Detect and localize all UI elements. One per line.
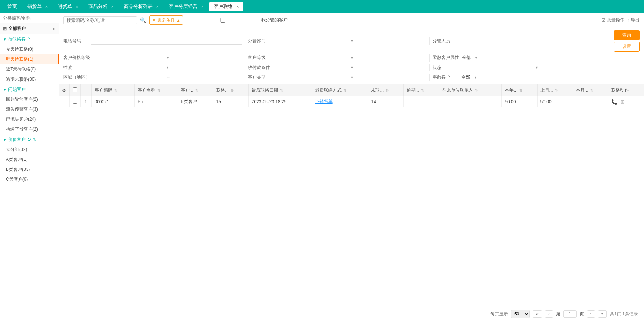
sidebar-item-ungrouped[interactable]: 未分组(32) [0, 145, 59, 155]
filter-price-select[interactable]: ▾ [91, 55, 242, 61]
my-customer-checkbox[interactable] [186, 18, 260, 23]
batch-op-label: 批量操作 [607, 17, 624, 23]
th-contact-count[interactable]: 联络... ⇅ [213, 84, 248, 96]
th-this-year[interactable]: 本年... ⇅ [502, 84, 537, 96]
last-page-btn[interactable]: » [598, 310, 607, 318]
sidebar-all-customers[interactable]: ⊞ 全部客户 « [0, 23, 59, 34]
th-check[interactable] [69, 84, 80, 96]
action-phone-icon[interactable]: 📞 [611, 99, 617, 105]
filter-level-select[interactable]: ▾ [275, 55, 426, 61]
search-input[interactable] [63, 16, 137, 24]
sort-icon-contact: ⇅ [231, 88, 234, 92]
toolbar-right: ☑ 批量操作 ↑ 导出 [602, 17, 640, 23]
edit-icon[interactable]: ✎ [32, 137, 36, 142]
last-method-link[interactable]: 下销货单 [315, 99, 333, 104]
next-page-btn[interactable]: › [587, 310, 595, 318]
nav-sales[interactable]: 销货单 × [23, 2, 52, 11]
th-last-date[interactable]: 最后联络日期 ⇅ [248, 84, 312, 96]
sidebar-item-class-b[interactable]: B类客户(33) [0, 165, 59, 175]
sidebar-item-churn-warning[interactable]: 流失预警客户(3) [0, 104, 59, 114]
table-header-row: ⚙ 客户编码 ⇅ 客户名称 ⇅ 客户... ⇅ [59, 84, 644, 96]
query-settings-col: 查询 设置 [614, 30, 640, 52]
filter-person-select[interactable]: ··· [460, 38, 611, 44]
sidebar-item-class-c[interactable]: C类客户(6) [0, 175, 59, 184]
nav-home[interactable]: 首页 [3, 2, 21, 11]
filter-gender-select[interactable]: ▾ [91, 65, 242, 70]
sidebar-item-today[interactable]: 今天待联络(0) [0, 44, 59, 54]
prev-page-btn[interactable]: ‹ [545, 310, 553, 318]
filter-dept-label: 分管部门 [248, 38, 274, 44]
nav-product-analysis[interactable]: 商品分析 × [84, 2, 118, 11]
th-type[interactable]: 客户... ⇅ [178, 84, 213, 96]
sidebar-item-tomorrow[interactable]: 明天待联络(1) [0, 54, 59, 64]
filter-price-arrow: ▾ [167, 56, 240, 60]
td-row-unit-contact [439, 96, 502, 107]
sidebar-search-input[interactable] [3, 15, 58, 21]
nav-product-analysis-list[interactable]: 商品分析列表 × [119, 2, 163, 11]
sidebar-item-overdue[interactable]: 逾期未联络(30) [0, 75, 59, 84]
th-code[interactable]: 客户编码 ⇅ [91, 84, 134, 96]
filter-retail-attr-label: 零散客户属性 [433, 55, 459, 61]
sidebar-item-class-a[interactable]: A类客户(1) [0, 155, 59, 165]
th-this-month[interactable]: 本月... ⇅ [573, 84, 608, 96]
filter-panel: 电话号码 分管部门 ▾ 分管人员 ··· [59, 27, 644, 84]
filter-divider-7 [245, 74, 245, 81]
filter-arrow-icon: ▲ [176, 18, 181, 23]
sidebar-item-churned[interactable]: 已流失客户(24) [0, 114, 59, 124]
search-submit-icon[interactable]: 🔍 [140, 17, 146, 23]
more-filter-btn[interactable]: ▼ 更多条件 ▲ [149, 15, 183, 25]
filter-status-select[interactable]: ▾ [460, 65, 611, 70]
th-overdue[interactable]: 逾期... ⇅ [403, 84, 439, 96]
th-no-contact[interactable]: 未联... ⇅ [368, 84, 403, 96]
nav-sales-close[interactable]: × [45, 4, 48, 9]
nav-product-analysis-list-close[interactable]: × [156, 4, 158, 9]
th-last-month[interactable]: 上月... ⇅ [537, 84, 573, 96]
th-name[interactable]: 客户名称 ⇅ [134, 84, 178, 96]
th-last-method[interactable]: 最后联络方式 ⇅ [312, 84, 368, 96]
td-row-num: 1 [80, 96, 91, 107]
page-input[interactable] [563, 310, 577, 318]
td-row-check[interactable] [69, 96, 80, 107]
row-checkbox[interactable] [73, 99, 77, 104]
select-all-checkbox[interactable] [73, 87, 77, 92]
grid-icon: ⊞ [3, 26, 7, 31]
page-size-select[interactable]: 50 10 20 100 [511, 310, 530, 318]
filter-customer-type-select[interactable]: ▾ [275, 75, 426, 80]
filter-retail-select[interactable]: ▾ [473, 75, 543, 80]
td-row-no-contact: 14 [368, 96, 403, 107]
filter-retail-attr-select[interactable]: ▾ [474, 55, 544, 61]
filter-retail-label: 零散客户 [433, 74, 458, 80]
sort-icon-overdue: ⇅ [421, 88, 424, 92]
first-page-btn[interactable]: « [533, 310, 542, 318]
all-customers-label: 全部客户 [8, 25, 26, 32]
sidebar-item-declining[interactable]: 持续下滑客户(2) [0, 124, 59, 134]
sidebar-collapse-btn[interactable]: « [53, 26, 56, 31]
filter-region: 区域（地区） ··· [63, 74, 242, 80]
filter-payment-select[interactable]: ▾ [275, 65, 426, 70]
sort-icon-code: ⇅ [114, 88, 117, 92]
th-unit-contact[interactable]: 往来单位联系人 ⇅ [439, 84, 502, 96]
nav-customer-contact[interactable]: 客户联络 × [209, 2, 243, 11]
my-customer-check[interactable]: 我分管的客户 [186, 17, 288, 23]
refresh-icon[interactable]: ↻ [27, 137, 31, 142]
td-row-last-method[interactable]: 下销货单 [312, 96, 368, 107]
settings-btn[interactable]: 设置 [614, 42, 640, 52]
th-settings[interactable]: ⚙ [59, 84, 69, 96]
export-btn[interactable]: ↑ 导出 [627, 17, 640, 23]
action-grid-icon[interactable]: ⊞ [620, 99, 625, 105]
filter-phone-input[interactable] [91, 38, 242, 45]
filter-region-select[interactable]: ··· [91, 75, 242, 80]
filter-dept-select[interactable]: ▾ [275, 38, 426, 44]
nav-customer-tier-close[interactable]: × [201, 4, 203, 9]
content-area: 🔍 ▼ 更多条件 ▲ 我分管的客户 ☑ 批量操作 ↑ 导出 [59, 13, 644, 321]
batch-op-btn[interactable]: ☑ 批量操作 [602, 17, 624, 23]
sidebar-item-abnormal[interactable]: 回购异常客户(2) [0, 94, 59, 104]
query-btn[interactable]: 查询 [614, 30, 640, 40]
nav-purchase-close[interactable]: × [76, 4, 78, 9]
nav-customer-tier[interactable]: 客户分层经营 × [164, 2, 208, 11]
nav-product-analysis-close[interactable]: × [111, 4, 113, 9]
filter-customer-type-label: 客户类型 [248, 74, 274, 80]
nav-purchase[interactable]: 进货单 × [53, 2, 83, 11]
sidebar-item-7days[interactable]: 近7天待联络(0) [0, 64, 59, 74]
nav-customer-contact-close[interactable]: × [237, 4, 239, 9]
